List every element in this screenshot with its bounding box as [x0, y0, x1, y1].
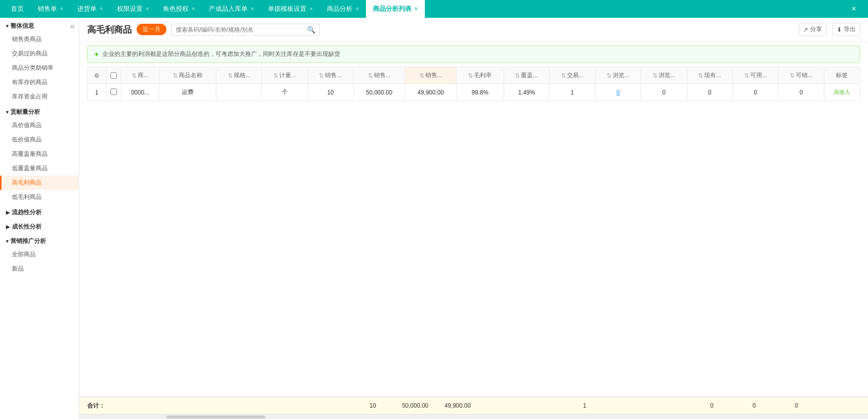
- nav-product-analysis-list[interactable]: 商品分析列表 ×: [366, 0, 425, 18]
- col-sales-profit[interactable]: ⇅销售...: [405, 67, 457, 84]
- item-label: 有库存的商品: [12, 79, 48, 86]
- scrollbar-thumb[interactable]: [166, 416, 265, 419]
- col-gross-margin[interactable]: ⇅毛利率: [457, 67, 504, 84]
- close-icon[interactable]: ×: [100, 5, 103, 12]
- close-icon[interactable]: ×: [309, 5, 313, 12]
- cell-checkbox[interactable]: [106, 84, 121, 101]
- col-checkbox[interactable]: [106, 67, 121, 84]
- row-checkbox[interactable]: [110, 89, 117, 95]
- export-button[interactable]: ⬇ 导出: [832, 23, 860, 36]
- sidebar-item-low-coverage[interactable]: 低覆盖量商品: [0, 161, 79, 176]
- sidebar-item-all-products[interactable]: 全部商品: [0, 247, 79, 262]
- col-label: 可用...: [750, 71, 767, 80]
- footer-browse1: [606, 401, 649, 410]
- header-actions: ↗ 分享 ⬇ 导出: [799, 23, 860, 36]
- nav-label: 产成品入库单: [209, 4, 248, 13]
- search-input[interactable]: [176, 26, 307, 33]
- col-current-stock[interactable]: ⇅现有...: [687, 67, 732, 84]
- sidebar-group-trend[interactable]: ▶ 流趋性分析: [0, 204, 79, 219]
- cell-sales-qty: 10: [307, 84, 353, 101]
- export-icon: ⬇: [837, 26, 842, 33]
- sidebar-item-high-value[interactable]: 高价值商品: [0, 118, 79, 133]
- cell-unit: 个: [262, 84, 307, 101]
- sidebar-group-contribution[interactable]: ▾ 贡献量分析: [0, 104, 79, 118]
- close-icon[interactable]: ×: [60, 5, 63, 12]
- nav-purchase-order[interactable]: 进货单 ×: [70, 0, 110, 18]
- col-name[interactable]: ⇅商品名称: [159, 67, 216, 84]
- sidebar-group-marketing[interactable]: ▾ 营销推广分析: [0, 233, 79, 247]
- sort-icon: ⇅: [607, 72, 612, 79]
- share-button[interactable]: ↗ 分享: [799, 23, 826, 36]
- col-label: 可销...: [796, 71, 813, 80]
- col-label: 销售...: [374, 71, 391, 80]
- sidebar-item-in-stock[interactable]: 有库存的商品: [0, 75, 79, 90]
- cell-sales-amount: 50,000.00: [354, 84, 405, 101]
- notice-bar: ✦ 企业的主要的利润都是这部分商品创造的，可考虑加大推广，同时关注库存是不要出现…: [87, 46, 860, 63]
- col-sales-qty[interactable]: ⇅销售...: [307, 67, 353, 84]
- cell-name: 运费: [159, 84, 216, 101]
- nav-product-inbound[interactable]: 产成品入库单 ×: [202, 0, 261, 18]
- sidebar-collapse-button[interactable]: «: [70, 22, 75, 31]
- cell-num: 1: [88, 84, 106, 101]
- sidebar-item-stock-capital[interactable]: 库存资金占用: [0, 90, 79, 104]
- table-container: ⚙ ⇅商... ⇅商品名称 ⇅规格...: [79, 67, 868, 396]
- close-icon[interactable]: ×: [192, 5, 195, 12]
- sort-icon: ⇅: [173, 72, 178, 79]
- chevron-down-icon: ▾: [6, 109, 8, 115]
- close-icon[interactable]: ×: [251, 5, 254, 12]
- close-icon[interactable]: ×: [356, 5, 359, 12]
- cell-sellable-stock: 0: [778, 84, 824, 101]
- col-tag[interactable]: 标签: [824, 67, 860, 84]
- filter-recent-month-button[interactable]: 近一月: [137, 24, 166, 35]
- footer-sales-profit: 49,900.00: [436, 401, 479, 410]
- nav-label: 商品分析: [327, 4, 353, 13]
- nav-sales-order[interactable]: 销售单 ×: [31, 0, 70, 18]
- footer-spacer1: [127, 401, 151, 410]
- horizontal-scrollbar[interactable]: [79, 414, 868, 419]
- cell-browse1[interactable]: 0: [595, 84, 641, 101]
- sidebar-item-low-margin[interactable]: 低毛利商品: [0, 190, 79, 204]
- sidebar-item-low-value[interactable]: 低价值商品: [0, 133, 79, 147]
- col-code[interactable]: ⇅商...: [121, 67, 159, 84]
- nav-permission-settings[interactable]: 权限设置 ×: [110, 0, 156, 18]
- col-sellable-stock[interactable]: ⇅可销...: [778, 67, 824, 84]
- footer-current-stock: 0: [691, 401, 733, 410]
- sidebar-group-growth[interactable]: ▶ 成长性分析: [0, 219, 79, 233]
- col-browse2[interactable]: ⇅浏览...: [641, 67, 687, 84]
- share-label: 分享: [810, 25, 822, 34]
- select-all-checkbox[interactable]: [110, 72, 117, 79]
- footer-spacer4: [217, 401, 267, 410]
- sidebar-item-category-rate[interactable]: 商品分类助销率: [0, 61, 79, 75]
- sidebar-item-new-products[interactable]: 新品: [0, 262, 79, 276]
- sidebar-group-overall[interactable]: ▾ 整体信息: [0, 18, 79, 32]
- col-unit[interactable]: ⇅计量...: [262, 67, 307, 84]
- cell-code: 0000...: [121, 84, 159, 101]
- chevron-right-icon: ▶: [6, 224, 10, 230]
- main-layout: « ▾ 整体信息 销售类商品 交易过的商品 商品分类助销率 有库存的商品 库存资…: [0, 18, 868, 419]
- col-available-stock[interactable]: ⇅可用...: [732, 67, 778, 84]
- col-spec[interactable]: ⇅规格...: [216, 67, 261, 84]
- col-settings[interactable]: ⚙: [88, 67, 106, 84]
- col-coverage[interactable]: ⇅覆盖...: [504, 67, 549, 84]
- sidebar-item-high-coverage[interactable]: 高覆盖量商品: [0, 147, 79, 161]
- sidebar-item-traded-products[interactable]: 交易过的商品: [0, 47, 79, 61]
- search-icon[interactable]: 🔍: [307, 26, 315, 34]
- sidebar-item-sales-products[interactable]: 销售类商品: [0, 32, 79, 47]
- sidebar-item-high-margin[interactable]: 高毛利商品: [0, 176, 79, 190]
- col-sales-amount[interactable]: ⇅销售...: [354, 67, 405, 84]
- col-transaction[interactable]: ⇅交易...: [550, 67, 595, 84]
- nav-home[interactable]: 首页: [4, 0, 31, 18]
- close-all-icon[interactable]: ×: [848, 4, 860, 13]
- footer-available-stock: 0: [733, 401, 775, 410]
- group-label: 贡献量分析: [10, 108, 40, 116]
- nav-template-settings[interactable]: 单据模板设置 ×: [261, 0, 320, 18]
- close-icon[interactable]: ×: [146, 5, 149, 12]
- nav-role-auth[interactable]: 角色授权 ×: [156, 0, 202, 18]
- group-label: 流趋性分析: [12, 208, 42, 217]
- content-area: 高毛利商品 近一月 🔍 ↗ 分享 ⬇ 导出 ✦ 企业的主要的利润都是这部分商品创…: [79, 18, 868, 419]
- export-label: 导出: [844, 25, 856, 34]
- group-label: 营销推广分析: [10, 237, 46, 245]
- nav-product-analysis[interactable]: 商品分析 ×: [320, 0, 366, 18]
- close-icon[interactable]: ×: [414, 5, 418, 12]
- col-browse1[interactable]: ⇅浏览...: [595, 67, 641, 84]
